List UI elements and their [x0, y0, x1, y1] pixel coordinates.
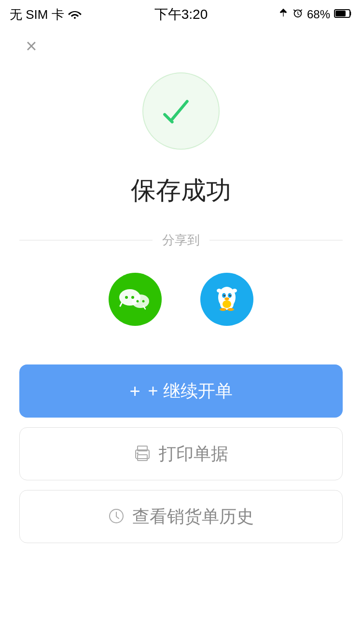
qq-share-button[interactable]	[200, 273, 253, 326]
svg-point-5	[125, 296, 128, 299]
svg-point-18	[224, 297, 229, 300]
svg-point-11	[223, 300, 231, 308]
svg-point-16	[224, 294, 225, 295]
battery-icon	[334, 8, 352, 21]
no-sim-text: 无 SIM 卡	[10, 6, 64, 23]
history-button-label: 查看销货单历史	[132, 505, 254, 529]
continue-button-label: + 继续开单	[148, 379, 233, 403]
svg-point-26	[137, 452, 139, 454]
main-content: 保存成功 分享到	[0, 43, 362, 543]
battery-text: 68%	[307, 8, 330, 21]
wechat-share-button[interactable]	[109, 273, 162, 326]
print-icon	[134, 445, 151, 463]
svg-point-7	[137, 300, 139, 303]
clock-icon	[108, 508, 125, 526]
history-button[interactable]: 查看销货单历史	[19, 490, 343, 543]
continue-button[interactable]: + + 继续开单	[19, 364, 343, 418]
svg-point-19	[217, 289, 222, 293]
status-bar: 无 SIM 卡 下午3:20 68%	[0, 0, 362, 29]
close-button[interactable]: ×	[19, 34, 43, 58]
share-label: 分享到	[153, 232, 209, 249]
wifi-icon	[68, 7, 82, 22]
svg-rect-25	[138, 455, 147, 461]
print-button[interactable]: 打印单据	[19, 427, 343, 480]
svg-rect-2	[335, 11, 346, 16]
svg-point-4	[132, 294, 149, 308]
share-row	[109, 273, 253, 326]
status-left: 无 SIM 卡	[10, 6, 82, 23]
success-circle	[142, 72, 220, 150]
svg-point-20	[232, 289, 237, 293]
svg-point-6	[131, 296, 134, 299]
svg-point-17	[230, 294, 231, 295]
svg-point-8	[142, 300, 145, 303]
alarm-icon	[292, 8, 303, 21]
location-icon	[278, 8, 289, 21]
print-button-label: 打印单据	[159, 442, 228, 466]
svg-point-21	[220, 308, 226, 311]
status-time: 下午3:20	[154, 5, 208, 24]
plus-icon: +	[129, 381, 140, 402]
status-right: 68%	[278, 8, 352, 21]
success-title: 保存成功	[131, 174, 231, 208]
divider-line-left	[19, 240, 153, 240]
divider-line-right	[209, 240, 343, 240]
close-icon: ×	[26, 36, 37, 56]
action-buttons: + + 继续开单 打印单据 查看销货单历	[19, 364, 343, 543]
checkmark-icon	[162, 97, 200, 126]
share-divider: 分享到	[19, 232, 343, 249]
svg-point-22	[227, 308, 234, 311]
